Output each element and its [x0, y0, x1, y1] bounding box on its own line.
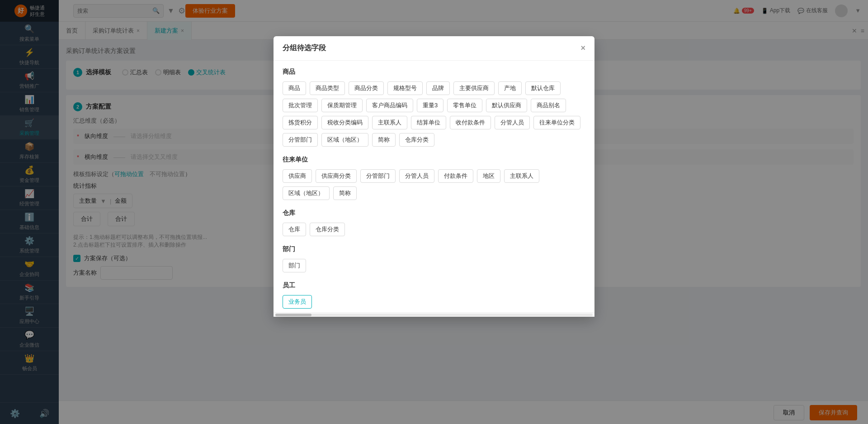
staff-field-grid: 业务员 [283, 295, 585, 309]
field-tag[interactable]: 分管部门 [283, 133, 318, 147]
field-tag[interactable]: 区域（地区） [321, 133, 368, 147]
section-warehouse-title: 仓库 [283, 209, 585, 217]
field-tag[interactable]: 仓库分类 [310, 223, 345, 236]
field-tag[interactable]: 简称 [372, 133, 396, 147]
field-tag[interactable]: 主要供应商 [453, 81, 495, 95]
modal-body[interactable]: 商品 商品 商品类型 商品分类 规格型号 品牌 主要供应商 产地 默认仓库 批次… [274, 61, 594, 312]
field-tag[interactable]: 地区 [477, 169, 500, 183]
modal-dialog: 分组待选字段 × 商品 商品 商品类型 商品分类 规格型号 品牌 主要供应商 产… [274, 36, 594, 317]
scrollbar-track[interactable] [275, 314, 593, 316]
modal-bottom-scrollbar[interactable] [274, 312, 594, 317]
product-field-grid: 商品 商品类型 商品分类 规格型号 品牌 主要供应商 产地 默认仓库 批次管理 … [283, 81, 585, 147]
modal-header: 分组待选字段 × [274, 36, 594, 61]
field-tag[interactable]: 分管人员 [495, 116, 530, 129]
section-department-title: 部门 [283, 245, 585, 253]
section-department: 部门 部门 [283, 245, 585, 272]
field-tag[interactable]: 重量3 [417, 99, 443, 112]
field-tag[interactable]: 往来单位分类 [533, 116, 580, 129]
field-tag[interactable]: 供应商分类 [316, 169, 357, 183]
field-tag[interactable]: 仓库 [283, 223, 306, 236]
field-tag[interactable]: 拣货积分 [283, 116, 318, 129]
field-tag-staff[interactable]: 业务员 [283, 295, 312, 309]
section-partner-title: 往来单位 [283, 156, 585, 164]
scrollbar-thumb[interactable] [275, 314, 311, 316]
field-tag[interactable]: 客户商品编码 [366, 99, 413, 112]
section-staff: 员工 业务员 [283, 281, 585, 309]
section-partner: 往来单位 供应商 供应商分类 分管部门 分管人员 付款条件 地区 主联系人 区域… [283, 156, 585, 200]
field-tag[interactable]: 分管人员 [399, 169, 434, 183]
section-staff-title: 员工 [283, 281, 585, 290]
modal-overlay: 分组待选字段 × 商品 商品 商品类型 商品分类 规格型号 品牌 主要供应商 产… [0, 0, 868, 424]
field-tag[interactable]: 零售单位 [447, 99, 482, 112]
partner-field-grid: 供应商 供应商分类 分管部门 分管人员 付款条件 地区 主联系人 区域（地区） … [283, 169, 585, 200]
field-tag[interactable]: 保质期管理 [321, 99, 363, 112]
field-tag[interactable]: 默认供应商 [486, 99, 527, 112]
field-tag[interactable]: 商品 [283, 81, 306, 95]
field-tag[interactable]: 税收分类编码 [321, 116, 368, 129]
section-product-title: 商品 [283, 68, 585, 76]
field-tag[interactable]: 区域（地区） [283, 186, 330, 200]
field-tag[interactable]: 部门 [283, 259, 306, 272]
modal-close-icon[interactable]: × [580, 43, 585, 53]
field-tag[interactable]: 分管部门 [360, 169, 396, 183]
field-tag[interactable]: 收付款条件 [450, 116, 491, 129]
field-tag[interactable]: 默认仓库 [525, 81, 561, 95]
field-tag[interactable]: 主联系人 [504, 169, 539, 183]
field-tag[interactable]: 批次管理 [283, 99, 318, 112]
warehouse-field-grid: 仓库 仓库分类 [283, 223, 585, 236]
section-product: 商品 商品 商品类型 商品分类 规格型号 品牌 主要供应商 产地 默认仓库 批次… [283, 68, 585, 147]
field-tag[interactable]: 主联系人 [372, 116, 407, 129]
field-tag[interactable]: 供应商 [283, 169, 312, 183]
field-tag[interactable]: 简称 [333, 186, 357, 200]
department-field-grid: 部门 [283, 259, 585, 272]
field-tag[interactable]: 规格型号 [387, 81, 423, 95]
field-tag[interactable]: 结算单位 [411, 116, 446, 129]
field-tag[interactable]: 商品类型 [310, 81, 345, 95]
field-tag[interactable]: 产地 [498, 81, 522, 95]
field-tag[interactable]: 商品别名 [531, 99, 566, 112]
field-tag[interactable]: 付款条件 [438, 169, 473, 183]
modal-title: 分组待选字段 [283, 43, 326, 53]
field-tag[interactable]: 品牌 [426, 81, 450, 95]
field-tag[interactable]: 商品分类 [349, 81, 384, 95]
field-tag[interactable]: 仓库分类 [399, 133, 434, 147]
section-warehouse: 仓库 仓库 仓库分类 [283, 209, 585, 236]
